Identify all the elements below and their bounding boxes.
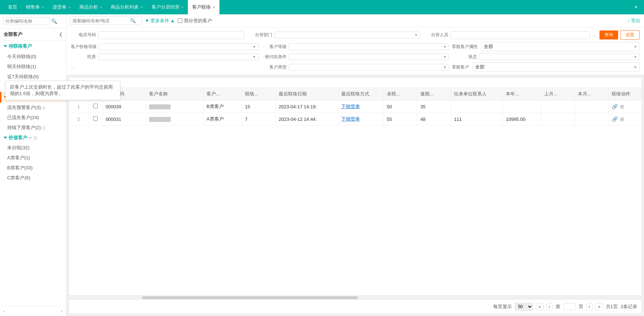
manager-input[interactable] [450, 31, 590, 39]
close-contact-icon[interactable]: × [213, 5, 215, 9]
col-year-header[interactable]: 本年... [503, 88, 541, 100]
customer-level-label: 客户等级 [261, 44, 287, 50]
col-last-contact-header[interactable]: 最后联络方式 [338, 88, 384, 100]
row1-grid-icon[interactable]: ⊞ [620, 104, 624, 109]
col-type-header[interactable]: 客户... [204, 88, 242, 100]
sidebar-item-c-class[interactable]: C类客户(6) [0, 173, 66, 183]
close-segment-icon[interactable]: × [181, 5, 184, 9]
row1-check[interactable] [93, 104, 98, 108]
filter-search-input[interactable] [73, 18, 130, 23]
more-conditions-arrow: ▲ [170, 18, 175, 23]
table-header: 客户编码 客户名称 客户... 联络... [69, 88, 641, 100]
page-number-input[interactable]: 1 [563, 303, 576, 310]
sidebar-search-icon[interactable]: 🔍 [51, 18, 57, 24]
export-icon: ↑ [628, 18, 630, 23]
col-overdue-header[interactable]: 逾期... [417, 88, 451, 100]
close-purchase-icon[interactable]: × [68, 5, 70, 9]
nav-customer-segment[interactable]: 客户分层经营 × [147, 0, 188, 14]
row2-grid-icon[interactable]: ⊞ [620, 116, 624, 122]
first-page-btn[interactable]: « [536, 303, 543, 310]
status-label: 状态 [452, 54, 477, 60]
payment-select[interactable]: ▼ [289, 53, 449, 60]
status-select[interactable]: ▼ [479, 53, 640, 60]
close-all-button[interactable]: × [631, 4, 640, 10]
col-name-header[interactable]: 客户名称 [146, 88, 204, 100]
query-button[interactable]: 查询 [599, 30, 618, 39]
sidebar-collapse-icon[interactable]: ❮ [59, 32, 62, 37]
col-unread-header[interactable]: 未联... [384, 88, 417, 100]
row1-checkbox[interactable] [88, 100, 103, 113]
customer-type-select[interactable]: ▼ [289, 64, 449, 71]
export-button[interactable]: ↑ 导出 [628, 18, 641, 24]
col-thismonth-header[interactable]: 本月... [575, 88, 609, 100]
row1-code: 000039 [103, 100, 146, 113]
sidebar-next-icon[interactable]: › [61, 308, 62, 314]
row2-code: 000031 [103, 113, 146, 126]
close-analysis-icon[interactable]: × [100, 5, 102, 9]
manager-more-icon[interactable]: ... [593, 32, 597, 38]
row2-link-icon[interactable]: 🔗 [612, 116, 618, 122]
row2-check[interactable] [93, 116, 98, 121]
sidebar-prev-icon[interactable]: ‹ [4, 308, 5, 314]
nav-analysis[interactable]: 商品分析 × [75, 0, 106, 14]
sidebar-search-input[interactable] [3, 17, 50, 25]
sidebar-item-churned[interactable]: 已流失客户(24) [0, 113, 66, 123]
filter-search-icon[interactable]: 🔍 [130, 18, 136, 23]
customer-level-select[interactable]: ▼ [289, 43, 449, 50]
declining-help[interactable]: ⓘ [42, 126, 46, 130]
setting-button[interactable]: 设置 [620, 30, 640, 40]
dept-select[interactable]: ▼ [274, 32, 421, 38]
row1-last-method[interactable]: 下销货单 [338, 100, 384, 113]
more-conditions-btn[interactable]: ▼ 更多条件 ▲ [145, 18, 175, 24]
nav-purchase[interactable]: 进货单 × [48, 0, 75, 14]
price-level-label: 客户价格等级 [71, 44, 97, 50]
retail-select[interactable]: 全部 ▼ [473, 62, 640, 72]
sidebar-item-ungrouped[interactable]: 未分组(32) [0, 143, 66, 153]
value-edit-icon[interactable]: ✏ [29, 136, 32, 140]
next-page-btn[interactable]: › [586, 303, 593, 310]
sidebar-item-a-class[interactable]: A类客户(1) [0, 153, 66, 163]
col-contact-header[interactable]: 联络... [242, 88, 276, 100]
page-label: 第 [556, 303, 560, 310]
row2-date: 2023-04-12 14:44: [275, 113, 338, 126]
col-date-header[interactable]: 最后联络日期 [275, 88, 338, 100]
row1-link-icon[interactable]: 🔗 [612, 104, 618, 109]
my-customers-checkbox[interactable]: 我分管的客户 [178, 18, 212, 24]
nav-sales[interactable]: 销售单 × [22, 0, 48, 14]
sidebar-item-churn-warning[interactable]: 流失预警客户(3) ⓘ [0, 103, 66, 113]
price-level-select[interactable]: ▼ [99, 43, 259, 50]
more-dots-btn[interactable]: ... [71, 65, 75, 70]
retail-label: 零散客户 [452, 64, 469, 70]
close-analysis-list-icon[interactable]: × [140, 5, 143, 9]
sidebar-section-value[interactable]: 价值客户 ✏ ◫ [0, 133, 66, 143]
col-unit-header[interactable]: 往来单位联系人 [451, 88, 502, 100]
row2-last-method[interactable]: 下销货单 [338, 113, 384, 126]
my-customers-check[interactable] [178, 18, 182, 23]
prev-page-btn[interactable]: ‹ [546, 303, 553, 310]
per-page-select[interactable]: 50 20 100 [515, 303, 533, 311]
sidebar-item-today[interactable]: 今天待联络(0) [0, 52, 66, 62]
horizontal-scrollbar[interactable] [69, 295, 641, 300]
nav-customer-contact[interactable]: 客户联络 × [188, 0, 219, 14]
sidebar-item-7days[interactable]: 近7天待联络(0) [0, 72, 66, 82]
row2-checkbox[interactable] [88, 113, 103, 126]
filter-btn-group: 查询 设置 [599, 30, 640, 40]
close-sales-icon[interactable]: × [42, 5, 44, 9]
last-page-btn[interactable]: » [596, 303, 603, 310]
value-config-icon[interactable]: ◫ [33, 136, 37, 140]
sidebar-item-b-class[interactable]: B类客户(33) [0, 163, 66, 173]
churn-warning-help[interactable]: ⓘ [42, 106, 46, 110]
scroll-thumb[interactable] [142, 296, 358, 299]
sidebar-all-customers[interactable]: 全部客户 ❮ [0, 28, 66, 41]
nav-home[interactable]: 首页 [4, 0, 22, 14]
nature-select[interactable]: ▼ [98, 53, 259, 60]
sidebar-item-declining[interactable]: 持续下滑客户(2) ⓘ [0, 123, 66, 133]
table-scroll-area[interactable]: 客户编码 客户名称 客户... 联络... [69, 88, 641, 295]
nav-analysis-list[interactable]: 商品分析列表 × [106, 0, 147, 14]
col-lastmonth-header[interactable]: 上月... [541, 88, 575, 100]
sidebar-item-tomorrow[interactable]: 明天待联络(1) [0, 62, 66, 72]
phone-input[interactable] [98, 31, 244, 39]
sidebar-section-pending[interactable]: 待联络客户 [0, 41, 66, 52]
col-action-header[interactable]: 联络动作 [608, 88, 641, 100]
retail-attr-select[interactable]: 全部 ▼ [481, 42, 640, 51]
